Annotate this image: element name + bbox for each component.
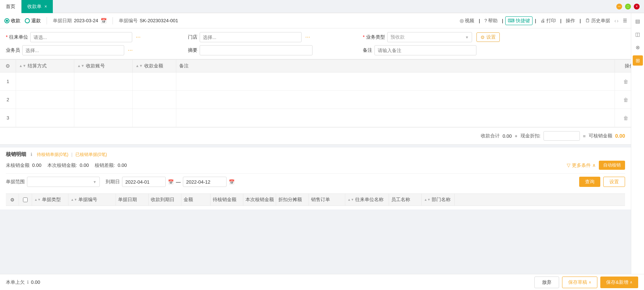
save-new-button[interactable]: 保存&新增 ∧ <box>600 277 638 288</box>
minimize-button[interactable]: ─ <box>616 4 622 9</box>
refund-radio[interactable]: 退款 <box>25 17 41 24</box>
date-to-input[interactable] <box>183 177 227 187</box>
save-draft-button[interactable]: 保存草稿 ∧ <box>562 277 597 288</box>
tab-home[interactable]: 首页 <box>0 0 21 13</box>
sidebar-table-icon[interactable]: ▤ <box>633 16 643 26</box>
verify-settings-button[interactable]: 设置 <box>603 177 625 187</box>
bth-from: ▲▼ 往来单位名称 <box>345 193 389 206</box>
row-amount-1[interactable] <box>133 72 176 90</box>
note-label: 备注 <box>363 47 372 54</box>
date-from-input[interactable] <box>122 177 166 187</box>
sort-icon-3[interactable]: ▲▼ <box>136 64 143 68</box>
bth-type: ▲▼ 单据类型 <box>32 193 68 206</box>
store-input[interactable] <box>200 32 302 42</box>
partner-more-icon[interactable]: ··· <box>136 34 141 40</box>
row-amount-3[interactable] <box>133 109 176 127</box>
row-jiesuan-3[interactable] <box>16 109 74 127</box>
footer-info-icon[interactable]: ℹ <box>27 279 29 285</box>
toolbar: 收款 退款 单据日期 2023-03-24 📅 单据编号 SK-20230324… <box>0 13 644 28</box>
sidebar-active-icon[interactable]: ⊞ <box>633 55 643 66</box>
delete-icon-2[interactable]: 🗑 <box>623 97 628 103</box>
summary-input[interactable] <box>200 45 313 55</box>
delete-icon-1[interactable]: 🗑 <box>623 79 628 85</box>
verify-tabs: 待核销单据(0笔) | 已核销单据(0笔) <box>37 152 107 158</box>
th-settings[interactable]: ⚙ <box>0 59 16 72</box>
staff-input[interactable] <box>22 45 124 55</box>
doc-date-value[interactable]: 2023-03-24 <box>74 18 98 23</box>
sort-icon-2[interactable]: ▲▼ <box>77 64 85 68</box>
summary-label: 摘要 <box>188 47 197 54</box>
duedate-label: 到期日 <box>106 179 120 185</box>
bth-duedate: 收款到期日 <box>149 193 181 206</box>
refund-label: 退款 <box>31 17 41 24</box>
sort-type[interactable]: ▲▼ <box>34 198 41 201</box>
staff-more-icon[interactable]: ··· <box>128 47 133 53</box>
table-settings-icon[interactable]: ⚙ <box>5 63 10 69</box>
calendar-icon[interactable]: 📅 <box>101 18 107 24</box>
doc-no-label: 单据编号 <box>119 17 138 24</box>
row-remark-3[interactable] <box>176 109 615 127</box>
payment-table: ⚙ ▲▼ 结算方式 ▲▼ 收款账号 ▲▼ 收款金额 备注 操作 1 🗑 ⊕ <box>0 59 644 127</box>
select-all-checkbox[interactable] <box>23 197 28 202</box>
print-btn[interactable]: 🖨 打印 <box>538 17 558 25</box>
row-amount-2[interactable] <box>133 91 176 109</box>
calendar-from-icon[interactable]: 📅 <box>168 179 174 185</box>
bth-amount: 金额 <box>181 193 211 206</box>
filter-row: 单据范围 ▼ 到期日 📅 — 📅 查询 设置 <box>6 173 625 190</box>
tab-active[interactable]: 收款单 × <box>21 0 53 13</box>
duedate-field: 到期日 📅 — 📅 <box>106 177 235 187</box>
sort-icon[interactable]: ▲▼ <box>19 64 26 68</box>
bottom-table-settings-icon[interactable]: ⚙ <box>10 197 15 203</box>
tab-done[interactable]: 已核销单据(0笔) <box>75 152 107 158</box>
calendar-to-icon[interactable]: 📅 <box>229 179 235 185</box>
close-button[interactable]: × <box>634 4 640 9</box>
video-btn[interactable]: ◎ 视频 <box>458 17 476 25</box>
store-label: 门店 <box>188 34 197 40</box>
row-jiesuan-1[interactable] <box>16 72 74 90</box>
shortcuts-btn[interactable]: ⌨ 快捷键 <box>505 16 533 25</box>
receipt-radio[interactable]: 收款 <box>4 17 20 24</box>
history-icon: 🗒 <box>585 18 590 23</box>
sort-from[interactable]: ▲▼ <box>347 198 354 201</box>
next-arrow[interactable]: › <box>617 18 619 24</box>
maximize-button[interactable]: □ <box>625 4 631 9</box>
partner-input[interactable] <box>30 32 132 42</box>
sort-no[interactable]: ▲▼ <box>71 198 77 201</box>
summary-row: 收款合计 0.00 + 现金折扣: = 可核销金额 0.00 <box>0 127 631 145</box>
auto-verify-btn[interactable]: 自动核销 <box>599 161 625 170</box>
bth-check[interactable] <box>19 193 32 206</box>
note-input[interactable] <box>374 45 476 55</box>
biz-settings-button[interactable]: ⚙ 设置 <box>476 32 500 42</box>
help-btn[interactable]: ? 帮助 <box>482 17 500 25</box>
row-jiesuan-2[interactable] <box>16 91 74 109</box>
biz-type-select[interactable]: 预收款 ▼ <box>387 32 472 42</box>
row-shoukuan-3[interactable] <box>74 109 133 127</box>
sort-dept[interactable]: ▲▼ <box>424 198 431 201</box>
operations-btn[interactable]: 操作 <box>564 17 577 25</box>
row-shoukuan-2[interactable] <box>74 91 133 109</box>
row-remark-2[interactable] <box>176 91 615 109</box>
range-select[interactable]: ▼ <box>27 177 100 187</box>
row-remark-1[interactable] <box>176 72 615 90</box>
sidebar-link-icon[interactable]: ⊗ <box>633 42 643 52</box>
abandon-button[interactable]: 放弃 <box>534 277 559 288</box>
discount-input[interactable] <box>543 131 580 141</box>
bth-pending: 待核销金额 <box>211 193 243 206</box>
prev-arrow[interactable]: ‹ <box>614 18 616 24</box>
bth-this: 本次核销金额 <box>243 193 276 206</box>
chevron-up-icon: ∧ <box>592 162 596 168</box>
tab-close-icon[interactable]: × <box>44 0 47 13</box>
delete-icon-3[interactable]: 🗑 <box>623 115 628 121</box>
store-more-icon[interactable]: ··· <box>305 34 310 40</box>
verify-info-icon[interactable]: ℹ <box>31 152 32 157</box>
footer-info: 本单上欠 ℹ 0.00 <box>6 279 40 286</box>
list-view-btn[interactable]: ☰ <box>621 16 629 25</box>
history-btn[interactable]: 🗒 历史单据 <box>583 17 612 25</box>
bth-settings[interactable]: ⚙ <box>6 193 19 206</box>
tab-pending[interactable]: 待核销单据(0笔) <box>37 152 68 158</box>
more-conditions-btn[interactable]: ▽ 更多条件 ∧ <box>567 161 596 170</box>
query-button[interactable]: 查询 <box>579 177 600 187</box>
video-icon: ◎ <box>460 18 464 23</box>
row-shoukuan-1[interactable] <box>74 72 133 90</box>
sidebar-attach-icon[interactable]: ◫ <box>633 29 643 39</box>
